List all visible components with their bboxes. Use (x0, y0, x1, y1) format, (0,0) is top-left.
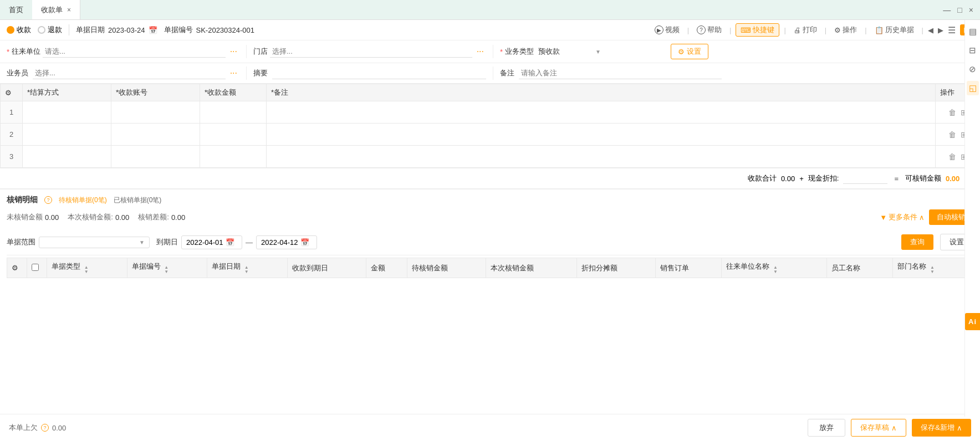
bottom-col-duedate: 收款到期日 (287, 258, 366, 278)
diff-amount: 核销差额: 0.00 (138, 212, 185, 222)
tab-bar: 首页 收款单 × — □ × (0, 0, 980, 20)
date-from-input[interactable]: 2022-04-01 📅 (181, 235, 242, 249)
save-chevron-icon[interactable]: ∧ (957, 424, 962, 432)
radio-refund-label: 退款 (48, 25, 62, 35)
summary-input[interactable] (272, 67, 486, 79)
history-btn[interactable]: 📋 历史单据 (871, 24, 917, 36)
store-input[interactable] (270, 45, 472, 58)
row-2-account[interactable] (111, 124, 200, 146)
ai-badge[interactable]: Ai (965, 313, 980, 330)
filter-row: 单据范围 ▼ 到期日 2022-04-01 📅 — 2022-04-12 📅 查 (7, 229, 973, 255)
calendar-icon[interactable]: 📅 (149, 26, 157, 34)
maximize-icon[interactable]: □ (955, 4, 964, 16)
help-btn[interactable]: ? 帮助 (693, 24, 725, 36)
date-to-input[interactable]: 2022-04-12 📅 (256, 235, 317, 249)
sort-date-icon[interactable]: ▲▼ (244, 265, 249, 274)
row-3-account[interactable] (111, 146, 200, 168)
hexiao-right: ▼ 更多条件 ∧ 自动核销 (880, 209, 973, 225)
hexiao-tab-pending[interactable]: 待核销单据(0笔) (59, 196, 107, 205)
row-3-amount[interactable] (200, 146, 267, 168)
range-field: 单据范围 ▼ (7, 237, 150, 248)
operation-btn[interactable]: ⚙ 操作 (831, 24, 860, 36)
hexiao-tab-done[interactable]: 已核销单据(0笔) (114, 196, 162, 205)
date-from-calendar-icon[interactable]: 📅 (226, 238, 234, 247)
unverified-label: 未核销金额 (7, 212, 43, 222)
right-panel-icon-3[interactable]: ⊘ (967, 62, 978, 76)
bottom-col-salesorder: 销售订单 (656, 258, 722, 278)
bottom-gear-icon[interactable]: ⚙ (12, 264, 18, 272)
select-all-checkbox[interactable] (32, 264, 39, 271)
shortcuts-btn[interactable]: ⌨ 快捷键 (736, 23, 779, 37)
row-3-remark[interactable] (267, 146, 936, 168)
draft-btn[interactable]: 保存草稿 ∧ (851, 419, 906, 437)
history-icon: 📋 (875, 26, 884, 34)
current-label: 本次核销金额: (68, 212, 113, 222)
business-type-label: 业务类型 (505, 47, 534, 57)
bottom-table-container: ⚙ 单据类型 ▲▼ 单据编号 ▲▼ (7, 258, 973, 278)
nav-right-icon[interactable]: ▶ (938, 26, 943, 34)
tab-home[interactable]: 首页 (0, 0, 32, 19)
sort-type-icon[interactable]: ▲▼ (84, 265, 89, 274)
row-3-delete-icon[interactable]: 🗑 (948, 152, 956, 161)
salesperson-more-btn[interactable]: ··· (228, 69, 239, 78)
tab-close-icon[interactable]: × (67, 6, 71, 14)
operation-icon: ⚙ (834, 26, 841, 34)
discount-input[interactable] (843, 173, 887, 184)
query-btn[interactable]: 查询 (901, 234, 933, 250)
radio-receipt[interactable]: 收款 (7, 25, 31, 35)
settings-btn[interactable]: ⚙ 设置 (671, 44, 708, 59)
abandon-btn[interactable]: 放弃 (808, 419, 845, 437)
sort-dept-icon[interactable]: ▲▼ (930, 265, 935, 274)
settings-gear-icon[interactable]: ⚙ (5, 89, 12, 97)
col-settings-header[interactable]: ⚙ (1, 84, 23, 101)
tab-receipt-label: 收款单 (41, 5, 63, 15)
business-type-chevron[interactable]: ▼ (595, 49, 601, 55)
bottom-col-checkbox[interactable] (27, 258, 47, 278)
right-panel-icon-1[interactable]: ▤ (967, 24, 979, 39)
tab-receipt[interactable]: 收款单 × (32, 0, 80, 19)
date-label: 单据日期 (76, 25, 105, 35)
counterparty-more-btn[interactable]: ··· (228, 47, 239, 56)
footer-info-icon[interactable]: ? (41, 424, 49, 432)
row-1-account[interactable] (111, 101, 200, 124)
salesperson-label: 业务员 (7, 68, 28, 78)
video-btn[interactable]: ▶ 视频 (651, 24, 683, 36)
equals-sign: = (894, 175, 899, 183)
sort-counterparty-icon[interactable]: ▲▼ (773, 265, 778, 274)
nav-left-icon[interactable]: ◀ (928, 26, 933, 34)
draft-chevron-icon[interactable]: ∧ (891, 424, 897, 432)
row-3-settlement[interactable] (23, 146, 111, 168)
bottom-col-number: 单据编号 ▲▼ (127, 258, 207, 278)
hexiao-info-row: 未核销金额 0.00 本次核销金额: 0.00 核销差额: 0.00 ▼ 更多条… (7, 209, 973, 225)
right-panel-icon-2[interactable]: ⊟ (967, 43, 978, 58)
hexiao-info-icon[interactable]: ? (44, 196, 52, 204)
list-view-icon[interactable]: ☰ (948, 25, 956, 35)
row-2-settlement[interactable] (23, 124, 111, 146)
summary-label: 摘要 (253, 68, 268, 78)
date-to-calendar-icon[interactable]: 📅 (300, 238, 309, 247)
radio-refund[interactable]: 退款 (38, 25, 62, 35)
range-select[interactable]: ▼ (39, 237, 150, 248)
close-window-icon[interactable]: × (967, 4, 976, 16)
chevron-up-icon: ∧ (919, 213, 925, 222)
remark-input[interactable] (519, 67, 722, 79)
bottom-col-check: ⚙ (7, 258, 27, 278)
more-conditions-btn[interactable]: ▼ 更多条件 ∧ (880, 212, 925, 222)
row-2-amount[interactable] (200, 124, 267, 146)
row-2-delete-icon[interactable]: 🗑 (948, 130, 956, 139)
counterparty-input[interactable] (43, 45, 226, 58)
salesperson-input[interactable] (33, 67, 226, 79)
row-1-amount[interactable] (200, 101, 267, 124)
row-1-settlement[interactable] (23, 101, 111, 124)
minimize-icon[interactable]: — (941, 4, 953, 16)
toolbar-right: ▶ 视频 | ? 帮助 | ⌨ 快捷键 | 🖨 打印 | ⚙ 操作 (651, 23, 973, 37)
row-1-delete-icon[interactable]: 🗑 (948, 108, 956, 117)
row-1-remark[interactable] (267, 101, 936, 124)
right-panel-icon-4[interactable]: ◱ (967, 81, 979, 95)
business-type-field: * 业务类型 预收款 ▼ (500, 47, 666, 57)
store-more-btn[interactable]: ··· (474, 47, 486, 56)
row-2-remark[interactable] (267, 124, 936, 146)
print-btn[interactable]: 🖨 打印 (790, 24, 820, 36)
save-btn[interactable]: 保存&新增 ∧ (912, 419, 971, 437)
sort-number-icon[interactable]: ▲▼ (164, 265, 169, 274)
